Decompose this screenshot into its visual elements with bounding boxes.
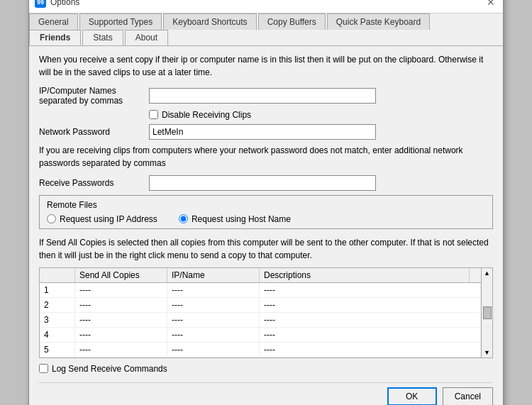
row2-desc: ---- <box>260 298 481 312</box>
radio-host-name[interactable] <box>179 214 188 223</box>
row1-num: 1 <box>40 283 75 297</box>
row4-ip: ---- <box>167 328 260 342</box>
row5-ip: ---- <box>167 343 260 357</box>
scroll-up-arrow[interactable]: ▲ <box>484 270 490 277</box>
th-ip-name: IP/Name <box>167 268 260 282</box>
row3-ip: ---- <box>167 313 260 327</box>
app-icon: 99 <box>35 0 46 8</box>
row3-num: 3 <box>40 313 75 327</box>
table-row: 3 ---- ---- ---- <box>40 313 481 328</box>
scroll-thumb[interactable] <box>483 306 492 319</box>
ip-input[interactable] <box>149 88 376 104</box>
description-text: When you receive a sent copy if their ip… <box>39 53 493 79</box>
log-checkbox[interactable] <box>39 364 48 373</box>
tab-copy-buffers[interactable]: Copy Buffers <box>258 13 326 30</box>
table-row: 2 ---- ---- ---- <box>40 298 481 313</box>
remote-files-group: Remote Files Request using IP Address Re… <box>39 195 493 229</box>
table-header: Send All Copies IP/Name Descriptions <box>40 268 481 283</box>
row3-desc: ---- <box>260 313 481 327</box>
close-button[interactable]: ✕ <box>484 0 497 9</box>
log-row: Log Send Receive Commands <box>39 364 493 374</box>
options-window: 99 Options ✕ General Supported Types Key… <box>28 0 504 405</box>
row2-ip: ---- <box>167 298 260 312</box>
radio-row: Request using IP Address Request using H… <box>47 214 485 224</box>
content-area: When you receive a sent copy if their ip… <box>29 46 503 406</box>
info-text: If Send All Copies is selected then all … <box>39 236 493 262</box>
disable-clips-checkbox[interactable] <box>149 110 158 119</box>
scroll-down-arrow[interactable]: ▼ <box>484 349 490 356</box>
window-title: Options <box>50 0 79 7</box>
button-row: OK Cancel <box>39 382 493 406</box>
row4-desc: ---- <box>260 328 481 342</box>
tabs-row-1: General Supported Types Keyboard Shortcu… <box>29 13 503 30</box>
table-row: 5 ---- ---- ---- <box>40 343 481 357</box>
row5-send: ---- <box>75 343 167 357</box>
log-label: Log Send Receive Commands <box>52 364 167 374</box>
table-row: 1 ---- ---- ---- <box>40 283 481 298</box>
scrollbar[interactable]: ▲ ▼ <box>481 268 492 357</box>
radio-ip-text: Request using IP Address <box>60 214 157 224</box>
network-password-label: Network Password <box>39 127 149 137</box>
receive-passwords-label: Receive Passwords <box>39 178 149 188</box>
row1-desc: ---- <box>260 283 481 297</box>
disable-clips-row: Disable Receiving Clips <box>149 110 493 120</box>
tab-general[interactable]: General <box>29 13 78 30</box>
send-copies-table: Send All Copies IP/Name Descriptions 1 -… <box>39 267 493 358</box>
row3-send: ---- <box>75 313 167 327</box>
th-send-all: Send All Copies <box>75 268 167 282</box>
receive-passwords-row: Receive Passwords <box>39 175 493 191</box>
receive-passwords-input[interactable] <box>149 175 376 191</box>
tab-about[interactable]: About <box>125 30 168 45</box>
secondary-text: If you are receiving clips from computer… <box>39 144 493 170</box>
radio-ip-label: Request using IP Address <box>47 214 157 224</box>
tab-quick-paste[interactable]: Quick Paste Keyboard <box>327 13 430 30</box>
network-password-input[interactable] <box>149 124 376 140</box>
table-with-scroll: Send All Copies IP/Name Descriptions 1 -… <box>40 268 492 357</box>
title-bar: 99 Options ✕ <box>29 0 503 13</box>
table-inner: Send All Copies IP/Name Descriptions 1 -… <box>40 268 481 357</box>
radio-host-label: Request using Host Name <box>179 214 291 224</box>
tabs-row-2: Friends Stats About <box>29 30 503 45</box>
cancel-button[interactable]: Cancel <box>443 387 493 406</box>
th-desc: Descriptions <box>260 268 470 282</box>
table-body: 1 ---- ---- ---- 2 ---- ---- ---- 3 <box>40 283 481 357</box>
ok-button[interactable]: OK <box>387 387 437 406</box>
disable-clips-label: Disable Receiving Clips <box>162 110 251 120</box>
radio-host-text: Request using Host Name <box>192 214 291 224</box>
row5-num: 5 <box>40 343 75 357</box>
th-num <box>40 268 75 282</box>
row2-send: ---- <box>75 298 167 312</box>
row5-desc: ---- <box>260 343 481 357</box>
row2-num: 2 <box>40 298 75 312</box>
ip-label: IP/Computer Namesseparated by commas <box>39 86 149 106</box>
ip-form-row: IP/Computer Namesseparated by commas <box>39 86 493 106</box>
tab-keyboard-shortcuts[interactable]: Keyboard Shortcuts <box>163 13 256 30</box>
tab-stats[interactable]: Stats <box>82 30 123 45</box>
tab-friends[interactable]: Friends <box>29 30 81 45</box>
table-row: 4 ---- ---- ---- <box>40 328 481 343</box>
title-bar-left: 99 Options <box>35 0 79 8</box>
row4-num: 4 <box>40 328 75 342</box>
remote-files-legend: Remote Files <box>47 200 485 210</box>
row1-ip: ---- <box>167 283 260 297</box>
tab-supported-types[interactable]: Supported Types <box>79 13 162 30</box>
row4-send: ---- <box>75 328 167 342</box>
radio-ip-address[interactable] <box>47 214 56 223</box>
network-password-row: Network Password <box>39 124 493 140</box>
tabs-container: General Supported Types Keyboard Shortcu… <box>29 13 503 46</box>
row1-send: ---- <box>75 283 167 297</box>
